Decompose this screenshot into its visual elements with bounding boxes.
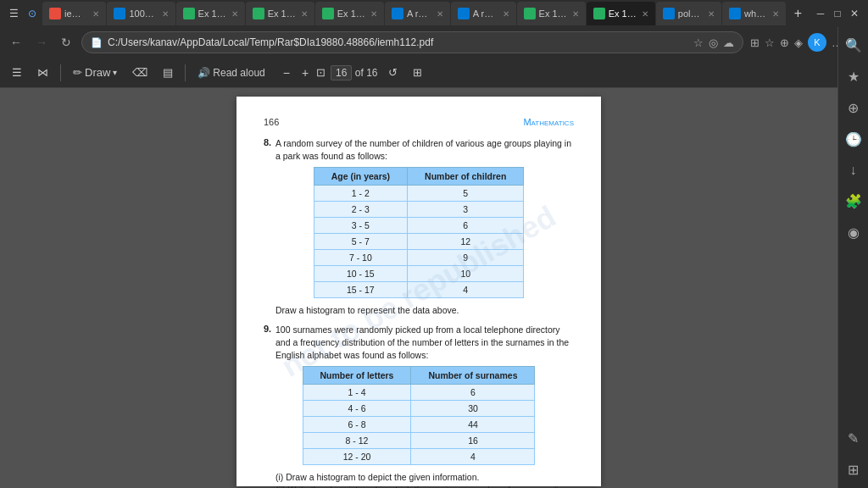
extensions-icon[interactable]: 🧩 — [838, 186, 868, 216]
pdf-page: not to be republished 166 Mathematics 8.… — [236, 97, 601, 486]
address-input[interactable]: 📄 C:/Users/kanav/AppData/Local/Temp/Rar$… — [81, 31, 743, 53]
table-cell: 5 — [408, 186, 524, 202]
tabs-area: iemh11...✕100 sum...✕Ex 12.1, ...✕Ex 13.… — [42, 2, 786, 25]
tab-t9[interactable]: Ex 12.1, ...✕ — [587, 2, 655, 25]
table-cell: 15 - 17 — [314, 282, 407, 298]
tab-close-t11[interactable]: ✕ — [772, 9, 779, 19]
table-row: 8 - 1216 — [303, 433, 535, 449]
tab-t1[interactable]: iemh11...✕ — [42, 2, 106, 25]
table-cell: 30 — [411, 401, 535, 417]
tab-t3[interactable]: Ex 12.1, ...✕ — [176, 2, 245, 25]
title-bar: ☰ ⊙ iemh11...✕100 sum...✕Ex 12.1, ...✕Ex… — [0, 0, 868, 27]
feedback-icon[interactable]: ◎ — [709, 36, 718, 49]
tab-label-t3: Ex 12.1, ... — [198, 8, 226, 19]
more-tools-button[interactable]: ⊞ — [408, 63, 427, 82]
profile-icon[interactable]: K — [808, 33, 826, 52]
cursor-button[interactable]: ⋈ — [32, 63, 53, 82]
tab-label-t7: A rando... — [473, 8, 498, 19]
tab-label-t1: iemh11... — [64, 8, 87, 19]
current-page[interactable]: 16 — [331, 65, 352, 80]
browser-essentials-icon[interactable]: ◈ — [794, 36, 803, 49]
tab-favicon-t5 — [322, 8, 334, 19]
tab-favicon-t9 — [593, 8, 605, 19]
window-controls[interactable]: ☰ ⊙ — [7, 7, 39, 20]
favorites-icon[interactable]: ★ — [838, 62, 868, 92]
tab-favicon-t4 — [253, 8, 264, 19]
toolbar-separator-1 — [60, 64, 61, 81]
tab-close-t5[interactable]: ✕ — [370, 9, 377, 19]
settings-icon[interactable]: ⊞ — [838, 455, 868, 485]
tab-close-t7[interactable]: ✕ — [503, 9, 509, 19]
question-8-block: 8. A random survey of the number of chil… — [264, 137, 574, 315]
page-info: 16 of 16 — [331, 67, 377, 79]
feedback-icon[interactable]: ✎ — [838, 424, 868, 453]
favorites-icon[interactable]: ☆ — [765, 36, 775, 49]
draw-button[interactable]: ✏ Draw ▾ — [68, 63, 122, 82]
tab-close-t10[interactable]: ✕ — [708, 9, 715, 19]
tab-close-t1[interactable]: ✕ — [92, 9, 99, 19]
tab-t10[interactable]: polygon...✕ — [656, 2, 721, 25]
question-9-block: 9. 100 surnames were randomly picked up … — [264, 324, 574, 488]
split-screen-icon[interactable]: ⊞ — [750, 36, 760, 49]
read-aloud-button[interactable]: 🔊 Read aloud — [192, 64, 270, 82]
tab-t6[interactable]: A rando...✕ — [385, 2, 450, 25]
close-button[interactable]: ✕ — [848, 7, 861, 20]
tab-favicon-t6 — [392, 8, 403, 19]
settings-circle-icon[interactable]: ◉ — [838, 218, 868, 247]
tab-favicon-t2 — [114, 8, 125, 19]
speaker-icon: 🔊 — [198, 67, 210, 79]
menu-button[interactable]: ☰ — [7, 63, 27, 82]
tab-t2[interactable]: 100 sum...✕ — [107, 2, 175, 25]
table-cell: 9 — [408, 250, 524, 266]
page-separator: of — [355, 67, 366, 79]
toolbar-separator-2 — [185, 64, 186, 81]
rotate-button[interactable]: ↺ — [383, 63, 403, 82]
refresh-button[interactable]: ↻ — [58, 34, 75, 51]
zoom-out-button[interactable]: − — [279, 64, 294, 81]
tab-close-t4[interactable]: ✕ — [301, 9, 308, 19]
tab-close-t9[interactable]: ✕ — [642, 9, 648, 19]
q8-number: 8. — [264, 137, 271, 147]
tab-t5[interactable]: Ex 13.3, ...✕ — [315, 2, 384, 25]
back-button[interactable]: ← — [7, 34, 25, 51]
collections-icon[interactable]: ⊕ — [780, 36, 789, 49]
fit-icon[interactable]: ⊡ — [316, 66, 326, 79]
tab-label-t8: Ex 12.1, ... — [539, 8, 567, 19]
eraser-button[interactable]: ⌫ — [127, 63, 153, 82]
fit-page-button[interactable]: ▤ — [158, 63, 178, 82]
tab-close-t2[interactable]: ✕ — [162, 9, 169, 19]
tab-t8[interactable]: Ex 12.1, ...✕ — [517, 2, 586, 25]
new-tab-button[interactable]: + — [789, 6, 807, 21]
tab-favicon-t8 — [524, 8, 536, 19]
star-icon[interactable]: ☆ — [693, 36, 704, 49]
history-icon[interactable]: 🕒 — [838, 125, 868, 154]
tab-label-t5: Ex 13.3, ... — [337, 8, 365, 19]
tab-favicon-t1 — [49, 8, 61, 19]
tab-close-t3[interactable]: ✕ — [231, 9, 238, 19]
zoom-in-button[interactable]: + — [298, 64, 313, 81]
q9-table: Number of lettersNumber of surnames1 - 4… — [303, 366, 536, 465]
tab-t11[interactable]: why do...✕ — [722, 2, 786, 25]
q9-subquestions: (i) Draw a histogram to depict the given… — [264, 472, 574, 488]
table-cell: 6 — [411, 385, 535, 401]
minimize-button[interactable]: ─ — [814, 7, 827, 20]
tab-t4[interactable]: Ex 13.3, ...✕ — [246, 2, 314, 25]
table-cell: 3 — [408, 202, 524, 218]
readonly-icon[interactable]: ☁ — [723, 36, 734, 49]
tab-close-t6[interactable]: ✕ — [437, 9, 443, 19]
collections-icon[interactable]: ⊕ — [838, 93, 868, 123]
file-icon: 📄 — [91, 37, 103, 48]
table-row: 2 - 33 — [314, 202, 524, 218]
downloads-icon[interactable]: ↓ — [838, 156, 868, 185]
table-cell: 2 - 3 — [314, 202, 407, 218]
table-cell: 12 - 20 — [303, 449, 411, 465]
draw-label: Draw — [85, 66, 110, 79]
maximize-button[interactable]: □ — [831, 7, 844, 20]
tab-close-t8[interactable]: ✕ — [572, 9, 579, 19]
tab-t7[interactable]: A rando...✕ — [451, 2, 516, 25]
pdf-toolbar: ☰ ⋈ ✏ Draw ▾ ⌫ ▤ 🔊 Read aloud − + ⊡ 16 o… — [0, 58, 868, 88]
forward-button[interactable]: → — [32, 34, 51, 51]
draw-chevron: ▾ — [113, 68, 117, 77]
pdf-viewer-area[interactable]: not to be republished 166 Mathematics 8.… — [0, 88, 837, 488]
search-icon[interactable]: 🔍 — [838, 30, 868, 60]
